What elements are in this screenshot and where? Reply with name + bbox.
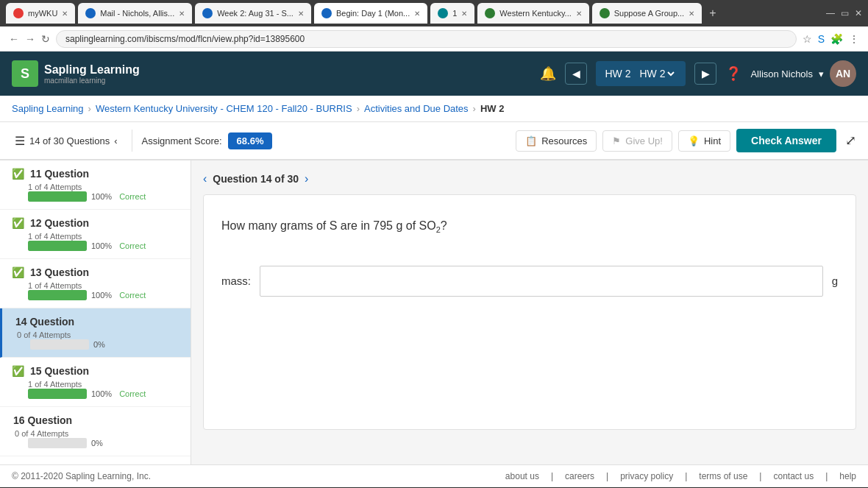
question-nav-title: Question 14 of 30 bbox=[213, 173, 299, 185]
breadcrumb-activities[interactable]: Activities and Due Dates bbox=[364, 103, 469, 114]
check-answer-button[interactable]: Check Answer bbox=[736, 129, 836, 152]
skype-icon[interactable]: S bbox=[818, 33, 825, 45]
tab-close-mywku[interactable]: ✕ bbox=[62, 10, 68, 18]
answer-row: mass: g bbox=[221, 266, 838, 297]
q12-pct: 100% bbox=[91, 241, 112, 250]
q13-label: 13 Question bbox=[30, 266, 89, 278]
terms-link[interactable]: terms of use bbox=[699, 471, 747, 481]
score-badge: 68.6% bbox=[228, 132, 273, 149]
hw-dropdown[interactable]: HW 2 bbox=[636, 67, 677, 80]
q15-bar-bg bbox=[28, 389, 87, 399]
q15-label: 15 Question bbox=[30, 365, 89, 377]
notifications-bell-icon[interactable]: 🔔 bbox=[540, 66, 556, 82]
question-nav: ‹ Question 14 of 30 › bbox=[203, 172, 856, 185]
refresh-button[interactable]: ↻ bbox=[41, 33, 50, 45]
tab-close-suppose[interactable]: ✕ bbox=[689, 10, 694, 18]
q11-pct: 100% bbox=[91, 192, 112, 201]
q16-bar-bg bbox=[28, 438, 87, 448]
footer: © 2011-2020 Sapling Learning, Inc. about… bbox=[0, 464, 868, 487]
browser-chrome: myWKU ✕ Mail - Nichols, Allis... ✕ Week … bbox=[0, 0, 868, 26]
tab-mail[interactable]: Mail - Nichols, Allis... ✕ bbox=[78, 3, 192, 24]
breadcrumb: Sapling Learning › Western Kentucky Univ… bbox=[0, 96, 868, 122]
next-question-button[interactable]: › bbox=[305, 172, 308, 185]
next-hw-button[interactable]: ▶ bbox=[694, 63, 716, 85]
tab-begin[interactable]: Begin: Day 1 (Mon... ✕ bbox=[314, 3, 427, 24]
privacy-policy-link[interactable]: privacy policy bbox=[620, 471, 673, 481]
q13-pct: 100% bbox=[91, 291, 112, 300]
check-circle-icon-q13: ✅ bbox=[12, 266, 24, 278]
q13-attempts: 1 of 4 Attempts bbox=[12, 281, 179, 290]
bookmark-icon[interactable]: ☆ bbox=[803, 33, 812, 45]
contact-link[interactable]: contact us bbox=[773, 471, 814, 481]
tab-close-week2[interactable]: ✕ bbox=[298, 10, 304, 18]
q14-pct: 0% bbox=[93, 340, 105, 349]
q15-bar-row: 100% Correct bbox=[12, 389, 179, 399]
question-list-button[interactable]: ☰ 14 of 30 Questions ‹ bbox=[9, 130, 123, 152]
q13-correct: Correct bbox=[119, 291, 146, 300]
q14-label: 14 Question bbox=[15, 316, 74, 328]
q14-bar-bg bbox=[30, 339, 89, 350]
sidebar-item-q13[interactable]: ✅ 13 Question 1 of 4 Attempts 100% Corre… bbox=[0, 259, 191, 308]
score-section: Assignment Score: 68.6% bbox=[141, 132, 272, 149]
help-link[interactable]: help bbox=[839, 471, 856, 481]
tab-icon-begin bbox=[321, 8, 332, 18]
sapling-logo: S Sapling Learning macmillan learning bbox=[12, 60, 140, 87]
check-circle-icon-q12: ✅ bbox=[12, 217, 24, 229]
sidebar-item-q16[interactable]: 16 Question 0 of 4 Attempts 0% bbox=[0, 407, 191, 456]
tab-suppose[interactable]: Suppose A Group... ✕ bbox=[592, 3, 702, 24]
check-circle-icon-q11: ✅ bbox=[12, 168, 24, 180]
about-us-link[interactable]: about us bbox=[505, 471, 539, 481]
hint-button[interactable]: 💡 Hint bbox=[678, 130, 730, 152]
mass-input[interactable] bbox=[260, 266, 823, 297]
user-avatar: AN bbox=[830, 60, 856, 87]
window-controls: — ▭ ✕ bbox=[826, 8, 862, 18]
address-bar: ← → ↻ ☆ S 🧩 ⋮ bbox=[0, 26, 868, 52]
breadcrumb-wku[interactable]: Western Kentucky University - CHEM 120 -… bbox=[96, 103, 352, 114]
q11-attempts: 1 of 4 Attempts bbox=[12, 183, 179, 191]
q15-pct: 100% bbox=[91, 389, 112, 398]
q15-bar-fill bbox=[28, 389, 87, 399]
breadcrumb-sapling[interactable]: Sapling Learning bbox=[12, 103, 84, 114]
hw-selector[interactable]: HW 2 HW 2 bbox=[596, 61, 686, 86]
address-input[interactable] bbox=[56, 30, 797, 48]
answer-label: mass: bbox=[221, 275, 251, 287]
tab-close-mail[interactable]: ✕ bbox=[179, 10, 185, 18]
tab-close-1[interactable]: ✕ bbox=[461, 10, 467, 18]
tab-icon-1 bbox=[438, 8, 448, 18]
sidebar-item-q15[interactable]: ✅ 15 Question 1 of 4 Attempts 100% Corre… bbox=[0, 358, 191, 407]
sidebar-item-q11[interactable]: ✅ 11 Question 1 of 4 Attempts 100% Corre… bbox=[0, 160, 191, 210]
tab-close-begin[interactable]: ✕ bbox=[414, 10, 420, 18]
new-tab-button[interactable]: + bbox=[709, 7, 716, 20]
resources-button[interactable]: 📋 Resources bbox=[516, 130, 597, 152]
forward-button[interactable]: → bbox=[25, 33, 35, 45]
tab-1[interactable]: 1 ✕ bbox=[430, 3, 474, 24]
help-icon[interactable]: ❓ bbox=[725, 66, 741, 82]
q16-label: 16 Question bbox=[13, 414, 72, 426]
tab-week2[interactable]: Week 2: Aug 31 - S... ✕ bbox=[195, 3, 311, 24]
tab-wku[interactable]: Western Kentucky... ✕ bbox=[477, 3, 588, 24]
sidebar-item-q12[interactable]: ✅ 12 Question 1 of 4 Attempts 100% Corre… bbox=[0, 210, 191, 259]
q13-bar-row: 100% Correct bbox=[12, 290, 179, 300]
q12-label: 12 Question bbox=[30, 217, 89, 229]
tab-mywku[interactable]: myWKU ✕ bbox=[6, 3, 75, 24]
list-icon: ☰ bbox=[15, 134, 25, 148]
tab-close-wku[interactable]: ✕ bbox=[576, 10, 582, 18]
main-layout: ✅ 11 Question 1 of 4 Attempts 100% Corre… bbox=[0, 160, 868, 464]
prev-hw-button[interactable]: ◀ bbox=[565, 63, 587, 85]
user-section[interactable]: Allison Nichols ▾ AN bbox=[750, 60, 856, 87]
expand-button[interactable]: ⤢ bbox=[842, 130, 859, 152]
content-area: ‹ Question 14 of 30 › How many grams of … bbox=[191, 160, 868, 464]
sidebar-item-q14[interactable]: 14 Question 0 of 4 Attempts 0% bbox=[0, 308, 191, 358]
back-button[interactable]: ← bbox=[9, 33, 19, 45]
q11-bar-bg bbox=[28, 191, 87, 202]
toolbar: ☰ 14 of 30 Questions ‹ Assignment Score:… bbox=[0, 122, 868, 160]
give-up-button[interactable]: ⚑ Give Up! bbox=[602, 130, 672, 152]
careers-link[interactable]: careers bbox=[565, 471, 594, 481]
menu-icon[interactable]: ⋮ bbox=[849, 33, 859, 45]
q12-bar-row: 100% Correct bbox=[12, 241, 179, 251]
extensions-icon[interactable]: 🧩 bbox=[830, 33, 843, 45]
tab-icon-suppose bbox=[600, 8, 610, 18]
prev-question-button[interactable]: ‹ bbox=[203, 172, 207, 185]
q12-bar-fill bbox=[28, 241, 87, 251]
q16-bar-row: 0% bbox=[12, 438, 179, 448]
